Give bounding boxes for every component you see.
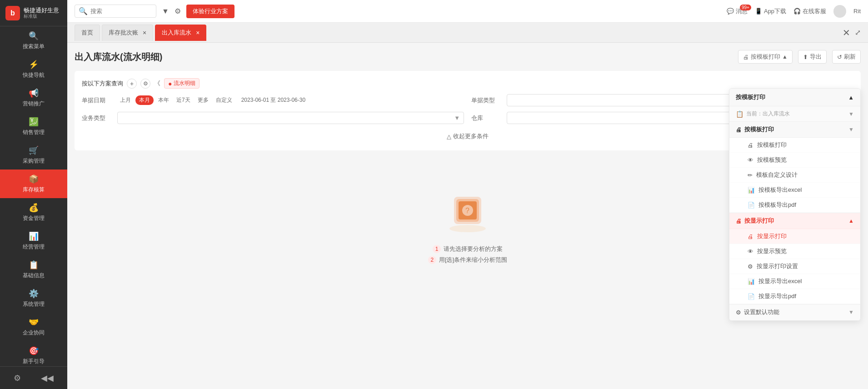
dropdown-header: 按模板打印 ▲ — [729, 89, 860, 106]
marketing-icon: 📢 — [29, 88, 39, 98]
template-section-icon: 🖨 — [736, 126, 742, 133]
shortcut-7days[interactable]: 近7天 — [174, 95, 193, 105]
default-icon: ⚙ — [736, 309, 741, 316]
dexcel-icon: 📊 — [748, 278, 755, 285]
refresh-btn[interactable]: ↺ 刷新 — [832, 50, 861, 64]
topbar-service-btn[interactable]: 🎧 在线客服 — [793, 7, 826, 15]
filter-section-label: 按以下方案查询 — [82, 80, 123, 88]
app-icon: 📱 — [755, 8, 762, 15]
search-icon: 🔍 — [79, 7, 88, 15]
tab-flow-close-icon[interactable]: × — [196, 29, 200, 36]
shortcut-last-month[interactable]: 上月 — [117, 95, 134, 105]
biztype-select[interactable]: ▼ — [117, 112, 464, 124]
tcustom-icon: ✏ — [748, 172, 753, 179]
sidebar-item-system[interactable]: ⚙️ 系统管理 — [0, 284, 67, 313]
sidebar-item-finance[interactable]: 💰 资金管理 — [0, 198, 67, 227]
print-chevron-icon: ▲ — [782, 54, 788, 60]
empty-tip-2: 2 用[选]条件来缩小分析范围 — [428, 256, 507, 264]
sidebar-item-basic[interactable]: 📋 基础信息 — [0, 255, 67, 284]
dropdown-template-preview[interactable]: 👁 按模板预览 — [729, 153, 860, 168]
filter-collapse-icon[interactable]: 《 — [154, 80, 160, 88]
tpreview-icon: 👁 — [748, 157, 753, 164]
dropdown-display-print[interactable]: 🖨 按显示打印 — [729, 229, 860, 244]
sidebar-item-guide[interactable]: 🎯 新手引导 — [0, 341, 67, 366]
message-icon: 💬 — [727, 8, 734, 15]
filter-active-tag[interactable]: ● 流水明细 — [164, 78, 200, 89]
tab-flow-label: 出入库流水 — [162, 29, 191, 37]
dropdown-display-export-excel[interactable]: 📊 按显示导出excel — [729, 274, 860, 289]
sidebar-settings-icon[interactable]: ⚙ — [14, 373, 21, 383]
print-icon: 🖨 — [743, 54, 749, 60]
topbar-right: 💬 消息 99+ 📱 App下载 🎧 在线客服 Rit — [727, 5, 861, 18]
dropdown-template-export-pdf[interactable]: 📄 按模板导出pdf — [729, 198, 860, 213]
tab-batch-close-icon[interactable]: × — [143, 29, 146, 36]
shortcut-this-year[interactable]: 本年 — [155, 95, 172, 105]
current-template-icon: 📋 — [736, 110, 743, 118]
empty-tip-1: 1 请先选择要分析的方案 — [433, 245, 503, 253]
sidebar-item-sales[interactable]: 💹 销售管理 — [0, 112, 67, 141]
date-shortcuts: 上月 本月 本年 近7天 更多 自定义 — [117, 95, 235, 105]
basic-icon: 📋 — [29, 260, 39, 270]
dropdown-template-export-excel[interactable]: 📊 按模板导出excel — [729, 183, 860, 198]
operations-icon: 📊 — [29, 231, 39, 241]
tab-home-label: 首页 — [81, 29, 93, 37]
quick-nav-icon: ⚡ — [29, 60, 39, 70]
sidebar-item-cooperation[interactable]: 🤝 企业协同 — [0, 313, 67, 341]
tab-panel-close-icon[interactable]: ✕ — [843, 27, 850, 38]
dropdown-section-display: 🖨 按显示打印 ▲ — [729, 213, 860, 229]
logo-area: b 畅捷通好生意 标准版 — [0, 0, 67, 26]
dropdown-display-preview[interactable]: 👁 按显示预览 — [729, 244, 860, 259]
sidebar-label-sales: 销售管理 — [23, 129, 45, 136]
dropdown-section-template: 🖨 按模板打印 ▼ — [729, 122, 860, 138]
filter-add-btn[interactable]: + — [127, 79, 137, 89]
empty-illustration: ? — [440, 183, 495, 238]
shortcut-this-month[interactable]: 本月 — [135, 95, 154, 105]
dprint-icon: 🖨 — [748, 233, 753, 240]
tabs-bar: 首页 库存批次账 × 出入库流水 × ✕ ⤢ — [67, 23, 868, 43]
refresh-icon: ↺ — [837, 54, 842, 60]
dropdown-template-print[interactable]: 🖨 按模板打印 — [729, 138, 860, 153]
dropdown-set-default-btn[interactable]: ⚙ 设置默认功能 ▼ — [729, 304, 860, 320]
svg-text:?: ? — [465, 207, 469, 214]
finance-icon: 💰 — [29, 203, 39, 213]
dpdf-icon: 📄 — [748, 293, 755, 300]
guide-icon: 🎯 — [29, 346, 39, 356]
tab-maximize-icon[interactable]: ⤢ — [855, 28, 861, 37]
topbar-gear-icon[interactable]: ⚙ — [175, 7, 181, 15]
search-input[interactable] — [90, 8, 150, 15]
sidebar-item-inventory[interactable]: 📦 库存核算 — [0, 170, 67, 198]
dropdown-chevron-up-icon[interactable]: ▲ — [848, 94, 854, 101]
sidebar-item-operations[interactable]: 📊 经营管理 — [0, 227, 67, 255]
dropdown-display-export-pdf[interactable]: 📄 按显示导出pdf — [729, 289, 860, 304]
topbar-dropdown-icon[interactable]: ▼ — [162, 7, 169, 15]
tab-home[interactable]: 首页 — [75, 25, 100, 41]
topbar-username[interactable]: Rit — [853, 8, 861, 15]
sidebar-item-purchase[interactable]: 🛒 采购管理 — [0, 141, 67, 170]
sidebar-item-quick-nav[interactable]: ⚡ 快捷导航 — [0, 55, 67, 84]
default-chevron-icon: ▼ — [848, 309, 854, 315]
dropdown-inner: 📋 当前：出入库流水 ▼ 🖨 按模板打印 ▼ 🖨 按模板打印 👁 按模板预览 — [729, 106, 860, 320]
shortcut-more[interactable]: 更多 — [195, 95, 211, 105]
dropdown-current-template[interactable]: 📋 当前：出入库流水 ▼ — [729, 106, 860, 122]
tab-batch-account[interactable]: 库存批次账 × — [102, 25, 153, 41]
export-btn[interactable]: ⬆ 导出 — [798, 50, 827, 64]
tab-flow[interactable]: 出入库流水 × — [155, 25, 206, 41]
sidebar-item-marketing[interactable]: 📢 营销推广 — [0, 84, 67, 112]
sidebar-label-marketing: 营销推广 — [23, 100, 45, 108]
topbar-message-btn[interactable]: 💬 消息 99+ — [727, 7, 748, 15]
topbar-app-btn[interactable]: 📱 App下载 — [755, 7, 786, 15]
dropdown-template-custom-design[interactable]: ✏ 模板自定义设计 — [729, 168, 860, 183]
dropdown-display-print-settings[interactable]: ⚙ 按显示打印设置 — [729, 259, 860, 274]
logo-icon: b — [5, 6, 20, 20]
tprint-icon: 🖨 — [748, 142, 753, 149]
sidebar-collapse-icon[interactable]: ◀◀ — [41, 373, 54, 383]
dpreview-icon: 👁 — [748, 248, 753, 255]
sidebar-item-search[interactable]: 🔍 搜索菜单 — [0, 26, 67, 55]
template-section-chevron-icon: ▼ — [848, 126, 854, 133]
industry-btn[interactable]: 体验行业方案 — [186, 5, 234, 18]
user-avatar[interactable] — [833, 5, 846, 18]
topbar-search-box[interactable]: 🔍 — [75, 5, 156, 18]
print-template-btn[interactable]: 🖨 按模板打印 ▲ — [738, 50, 793, 64]
shortcut-custom[interactable]: 自定义 — [213, 95, 235, 105]
filter-settings-icon[interactable]: ⚙ — [140, 79, 150, 89]
